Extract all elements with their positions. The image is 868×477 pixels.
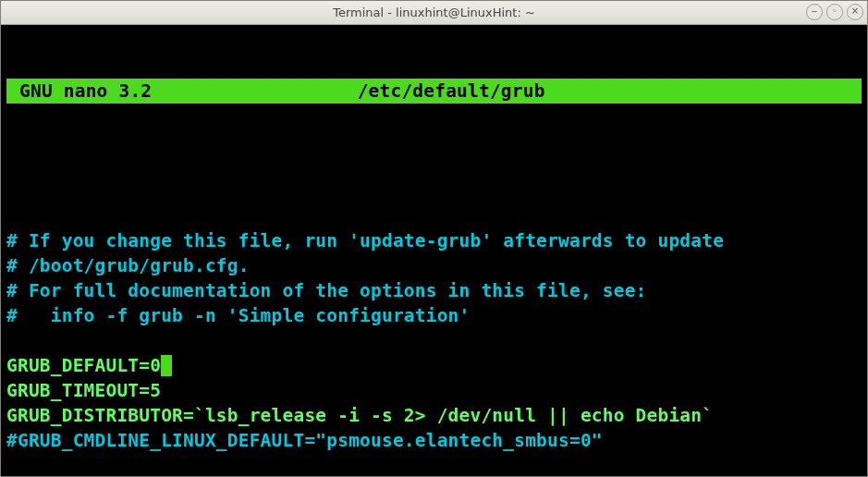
nano-filename: /etc/default/grub <box>152 79 862 104</box>
config-line: GRUB_DISTRIBUTOR=`lsb_release -i -s 2> /… <box>6 405 713 426</box>
nano-header: GNU nano 3.2 /etc/default/grub <box>6 79 862 104</box>
editor-content[interactable]: # If you change this file, run 'update-g… <box>6 178 862 476</box>
terminal-window: Terminal - linuxhint@LinuxHint: ~ ‒ ◦ × … <box>0 0 868 477</box>
minimize-button[interactable]: ‒ <box>806 4 823 20</box>
nano-version: GNU nano 3.2 <box>6 79 152 104</box>
comment-line: # If you change this file, run 'update-g… <box>6 230 724 251</box>
window-titlebar: Terminal - linuxhint@LinuxHint: ~ ‒ ◦ × <box>1 1 867 25</box>
terminal-viewport[interactable]: GNU nano 3.2 /etc/default/grub # If you … <box>1 25 867 476</box>
window-controls: ‒ ◦ × <box>806 4 863 20</box>
close-button[interactable]: × <box>847 4 863 20</box>
config-text: GRUB_DEFAULT=0 <box>6 355 161 376</box>
comment-line: # For full documentation of the options … <box>6 280 647 301</box>
config-line: GRUB_DEFAULT=0 <box>6 355 172 376</box>
comment-line: # info -f grub -n 'Simple configuration' <box>6 305 470 326</box>
window-title: Terminal - linuxhint@LinuxHint: ~ <box>333 6 535 19</box>
maximize-button[interactable]: ◦ <box>826 4 843 20</box>
blank-line <box>6 205 18 226</box>
comment-line: # /boot/grub/grub.cfg. <box>6 255 250 276</box>
blank-line <box>6 455 18 476</box>
config-line: GRUB_TIMEOUT=5 <box>6 380 161 401</box>
blank-line <box>6 330 18 351</box>
comment-line: #GRUB_CMDLINE_LINUX_DEFAULT="psmouse.ela… <box>6 430 603 451</box>
cursor <box>161 355 172 376</box>
